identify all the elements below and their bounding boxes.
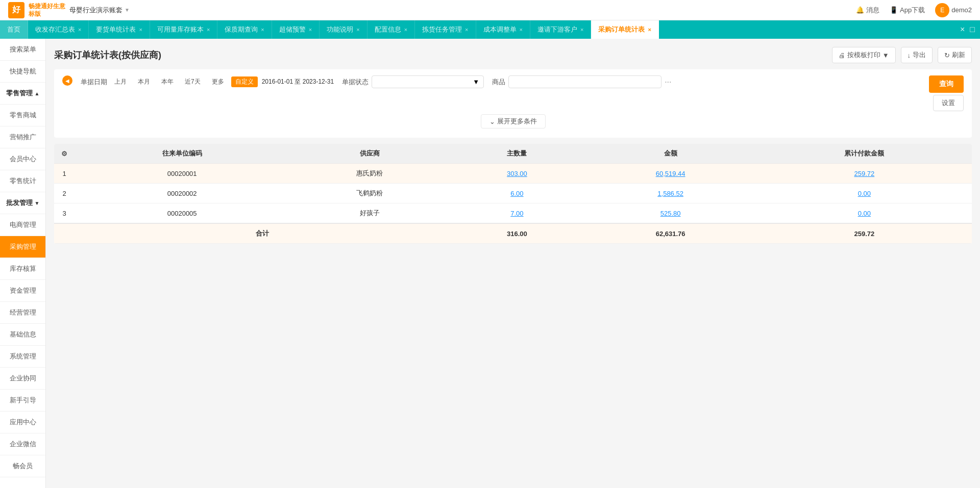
tab-order-summary[interactable]: 要货单统计表 ×: [89, 20, 150, 39]
date-shortcut-more[interactable]: 更多: [208, 76, 228, 87]
row-code: 00020001: [75, 164, 289, 184]
tab-home[interactable]: 首页: [0, 20, 28, 39]
retail-management-toggle-icon: ▲: [35, 91, 40, 96]
date-shortcut-7days[interactable]: 近7天: [181, 76, 205, 87]
export-button[interactable]: ↓ 导出: [901, 47, 933, 63]
column-settings-icon[interactable]: ⚙: [61, 150, 67, 158]
sidebar-item-app-center[interactable]: 应用中心: [0, 412, 45, 433]
top-bar: 好 畅捷通好生意 标版 母婴行业演示账套 ▼ 🔔 消息 📱 App下载 E de…: [0, 0, 980, 20]
logo-icon: 好: [8, 2, 24, 18]
sidebar-item-system[interactable]: 系统管理: [0, 346, 45, 368]
tab-purchase-order-summary[interactable]: 采购订单统计表 ×: [591, 20, 658, 39]
sidebar-item-retail-stats[interactable]: 零售统计: [0, 170, 45, 192]
sidebar-item-retail-management[interactable]: 零售管理 ▲: [0, 83, 45, 105]
avatar: E: [935, 3, 949, 17]
sidebar-item-inventory-check[interactable]: 库存核算: [0, 258, 45, 280]
close-tab-function-desc[interactable]: ×: [356, 27, 359, 33]
workspace-selector[interactable]: 母婴行业演示账套 ▼: [69, 6, 130, 15]
logo-area: 好 畅捷通好生意 标版 母婴行业演示账套 ▼: [8, 2, 130, 18]
status-dropdown-arrow: ▼: [473, 78, 479, 86]
sidebar-item-ecommerce[interactable]: 电商管理: [0, 214, 45, 236]
sidebar-item-vip[interactable]: 畅会员: [0, 455, 45, 477]
footer-paid-amount: 259.72: [757, 223, 972, 244]
date-shortcut-this-year[interactable]: 本年: [157, 76, 178, 87]
sidebar-item-marketing[interactable]: 营销推广: [0, 126, 45, 148]
sidebar-item-enterprise-collab[interactable]: 企业协同: [0, 368, 45, 390]
close-tab-purchase-order-summary[interactable]: ×: [648, 27, 651, 33]
sidebar-item-retail-mall[interactable]: 零售商城: [0, 105, 45, 126]
expand-down-icon: ⌄: [489, 118, 495, 125]
th-paid-amount: 累计付款金额: [757, 144, 972, 164]
sidebar-item-purchase-management[interactable]: 采购管理: [0, 236, 45, 258]
date-custom-tag[interactable]: 自定义: [231, 76, 258, 87]
sidebar-item-search[interactable]: 搜索菜单: [0, 39, 45, 61]
sidebar-item-finance[interactable]: 资金管理: [0, 280, 45, 302]
close-tab-pick-task[interactable]: ×: [465, 27, 468, 33]
query-button[interactable]: 查询: [929, 75, 964, 93]
tab-receive-summary[interactable]: 收发存汇总表 ×: [28, 20, 89, 39]
tab-overstock-warning[interactable]: 超储预警 ×: [272, 20, 320, 39]
sidebar-item-member-center[interactable]: 会员中心: [0, 148, 45, 170]
sidebar-item-new-guide[interactable]: 新手引导: [0, 390, 45, 412]
goods-input-more-btn[interactable]: ···: [665, 78, 671, 87]
date-shortcut-last-month[interactable]: 上月: [110, 76, 131, 87]
sidebar-item-enterprise-wechat[interactable]: 企业微信: [0, 433, 45, 455]
close-tab-order-summary[interactable]: ×: [139, 27, 142, 33]
wholesale-management-toggle-icon: ▼: [35, 200, 40, 206]
sidebar-item-quick-nav[interactable]: 快捷导航: [0, 61, 45, 83]
row-supplier: 飞鹤奶粉: [289, 184, 450, 203]
user-profile[interactable]: E demo2: [935, 3, 972, 17]
tab-warranty-query[interactable]: 保质期查询 ×: [217, 20, 272, 39]
content-area: 采购订单统计表(按供应商) 🖨 按模板打印 ▼ ↓ 导出 ↻ 刷新: [46, 39, 980, 488]
collapse-filter-btn[interactable]: ◀: [62, 75, 72, 86]
close-all-tabs-btn[interactable]: ×: [960, 25, 965, 34]
row-amount: 525.80: [584, 203, 757, 224]
tab-function-desc[interactable]: 功能说明 ×: [320, 20, 367, 39]
sidebar: 搜索菜单 快捷导航 零售管理 ▲ 零售商城 营销推广 会员中心 零售统计 批发管…: [0, 39, 46, 488]
close-tab-cost-adjust[interactable]: ×: [520, 27, 523, 33]
nav-tabs: 首页 收发存汇总表 × 要货单统计表 × 可用量库存账本 × 保质期查询 × 超…: [0, 20, 980, 39]
filter-date-item: 单据日期 上月 本月 本年 近7天 更多 自定义: [81, 76, 258, 87]
print-button[interactable]: 🖨 按模板打印 ▼: [832, 47, 896, 63]
query-btn-col: 查询 设置: [921, 75, 964, 111]
sidebar-item-operations[interactable]: 经营管理: [0, 302, 45, 324]
close-tab-config-info[interactable]: ×: [404, 27, 407, 33]
tab-config-info[interactable]: 配置信息 ×: [368, 20, 415, 39]
close-tab-available-inventory[interactable]: ×: [207, 27, 210, 33]
tab-cost-adjust[interactable]: 成本调整单 ×: [476, 20, 530, 39]
page-title: 采购订单统计表(按供应商): [54, 49, 161, 61]
table-header-row: ⚙ 往来单位编码 供应商 主数量 金额 累计付款金额: [54, 144, 972, 164]
tab-pick-task[interactable]: 拣货任务管理 ×: [415, 20, 476, 39]
refresh-button[interactable]: ↻ 刷新: [938, 47, 972, 63]
print-dropdown-arrow: ▼: [883, 52, 889, 59]
close-tab-receive-summary[interactable]: ×: [78, 27, 81, 33]
sidebar-item-wholesale-management[interactable]: 批发管理 ▼: [0, 192, 45, 214]
footer-label: 合计: [75, 223, 450, 244]
close-tab-overstock-warning[interactable]: ×: [309, 27, 312, 33]
data-table-wrap: ⚙ 往来单位编码 供应商 主数量 金额 累计付款金额 1 00020001 惠氏…: [54, 144, 972, 244]
th-settings: ⚙: [54, 144, 75, 164]
date-shortcut-this-month[interactable]: 本月: [134, 76, 154, 87]
tab-available-inventory[interactable]: 可用量库存账本 ×: [150, 20, 217, 39]
maximize-btn[interactable]: □: [970, 25, 975, 34]
row-quantity: 303.00: [450, 164, 584, 184]
row-quantity: 6.00: [450, 184, 584, 203]
close-tab-invite-downstream[interactable]: ×: [580, 27, 583, 33]
app-download-btn[interactable]: 📱 App下载: [890, 6, 925, 15]
row-index: 2: [54, 184, 75, 203]
table-row: 2 00020002 飞鹤奶粉 6.00 1,586.52 0.00: [54, 184, 972, 203]
goods-input[interactable]: [508, 75, 662, 88]
data-table: ⚙ 往来单位编码 供应商 主数量 金额 累计付款金额 1 00020001 惠氏…: [54, 144, 972, 244]
row-paid-amount: 0.00: [757, 203, 972, 224]
filter-fields: 单据日期 上月 本月 本年 近7天 更多 自定义 2016-01-01 至 20…: [81, 75, 921, 88]
status-select[interactable]: ▼: [372, 75, 484, 88]
sidebar-item-basic-info[interactable]: 基础信息: [0, 324, 45, 346]
th-amount: 金额: [584, 144, 757, 164]
message-btn[interactable]: 🔔 消息: [856, 6, 879, 15]
print-icon: 🖨: [839, 52, 845, 59]
close-tab-warranty-query[interactable]: ×: [261, 27, 264, 33]
row-quantity: 7.00: [450, 203, 584, 224]
settings-button[interactable]: 设置: [933, 95, 964, 111]
tab-invite-downstream[interactable]: 邀请下游客户 ×: [530, 20, 591, 39]
expand-more-btn[interactable]: ⌄ 展开更多条件: [481, 114, 546, 129]
